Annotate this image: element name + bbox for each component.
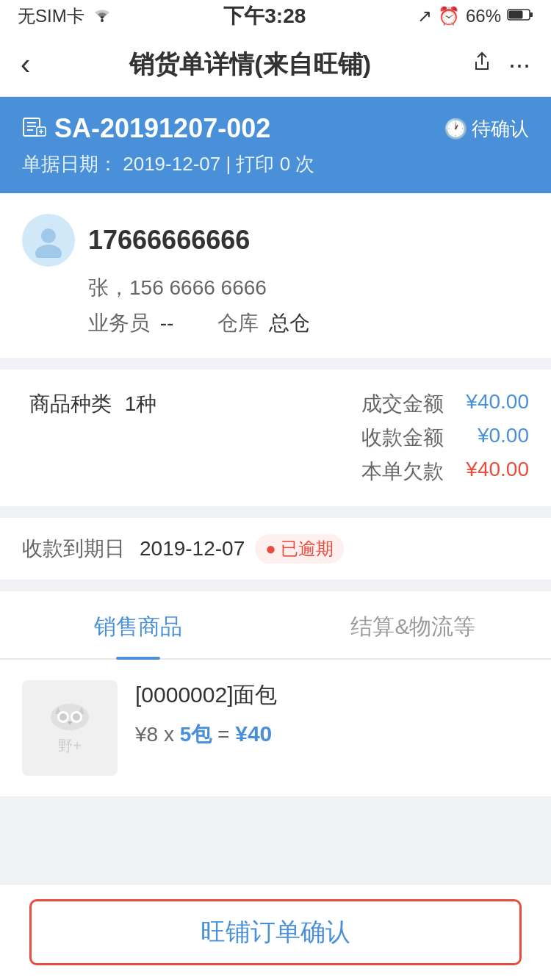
order-banner: SA-20191207-002 🕐 待确认 单据日期： 2019-12-07 |…: [0, 97, 551, 193]
alarm-icon: ⏰: [438, 6, 460, 26]
svg-rect-2: [530, 12, 533, 17]
product-quantity: 5包: [180, 723, 212, 746]
due-date-value: 2019-12-07: [140, 537, 245, 561]
customer-meta: 业务员 -- 仓库 总仓: [88, 309, 529, 337]
product-total: ¥40: [235, 721, 272, 746]
product-list: 野+ [0000002]面包 ¥8 x 5包 = ¥40: [0, 660, 551, 796]
brand-plus-text: 野+: [58, 736, 82, 756]
avatar: [22, 214, 75, 267]
more-button[interactable]: ···: [508, 49, 530, 80]
product-item: 野+ [0000002]面包 ¥8 x 5包 = ¥40: [22, 680, 529, 776]
carrier-text: 无SIM卡: [18, 4, 84, 28]
share-button[interactable]: [470, 50, 494, 79]
status-carrier: 无SIM卡: [18, 4, 112, 28]
customer-name: 张，156 6666 6666: [88, 274, 529, 302]
status-clock-icon: 🕐: [444, 118, 467, 140]
due-date-section: 收款到期日 2019-12-07 ● 已逾期: [0, 518, 551, 580]
product-thumbnail: 野+: [22, 680, 118, 776]
received-label: 收款金额: [361, 424, 444, 452]
wifi-icon: [92, 6, 112, 26]
summary-section: 商品种类 1种 成交金额 ¥40.00 收款金额 ¥0.00 本单欠款 ¥40.…: [0, 370, 551, 506]
product-price: ¥8 x 5包 = ¥40: [135, 721, 529, 749]
overdue-icon: ●: [265, 538, 276, 559]
location-icon: ↗: [417, 6, 432, 26]
customer-phone: 17666666666: [88, 225, 250, 256]
back-button[interactable]: ‹: [21, 48, 30, 81]
battery-icon: [507, 6, 533, 26]
sales-value: --: [160, 311, 174, 334]
svg-point-6: [41, 228, 56, 243]
page-title: 销货单详情(来自旺铺): [129, 48, 371, 82]
order-status: 🕐 待确认: [444, 116, 529, 142]
svg-point-0: [101, 19, 104, 22]
sales-label: 业务员: [88, 311, 150, 334]
status-time: 下午3:28: [223, 2, 306, 30]
svg-point-11: [60, 713, 67, 721]
owed-value: ¥40.00: [466, 458, 529, 486]
amount-value: ¥40.00: [466, 390, 529, 418]
tab-settlement[interactable]: 结算&物流等: [276, 591, 551, 658]
customer-section: 17666666666 张，156 6666 6666 业务员 -- 仓库 总仓: [0, 193, 551, 358]
amount-label: 成交金额: [361, 390, 444, 418]
warehouse-value: 总仓: [269, 311, 310, 334]
tabs-header: 销售商品 结算&物流等: [0, 591, 551, 660]
bottom-bar: 旺铺订单确认: [0, 884, 551, 980]
order-number: SA-20191207-002: [22, 113, 270, 144]
overdue-text: 已逾期: [281, 537, 334, 561]
amount-summary: 成交金额 ¥40.00 收款金额 ¥0.00 本单欠款 ¥40.00: [361, 390, 529, 486]
order-icon: [22, 113, 47, 144]
battery-text: 66%: [466, 6, 501, 26]
product-type: 商品种类 1种: [22, 390, 156, 418]
tab-products[interactable]: 销售商品: [0, 591, 276, 658]
owed-label: 本单欠款: [361, 458, 444, 486]
svg-point-8: [51, 704, 89, 730]
status-bar: 无SIM卡 下午3:28 ↗ ⏰ 66%: [0, 0, 551, 32]
product-info: [0000002]面包 ¥8 x 5包 = ¥40: [135, 680, 529, 749]
nav-bar: ‹ 销货单详情(来自旺铺) ···: [0, 32, 551, 97]
status-right: ↗ ⏰ 66%: [417, 6, 533, 26]
overdue-badge: ● 已逾期: [255, 534, 344, 563]
tabs-section: 销售商品 结算&物流等: [0, 591, 551, 796]
confirm-button[interactable]: 旺铺订单确认: [29, 899, 522, 965]
svg-point-12: [73, 713, 80, 721]
warehouse-label: 仓库: [217, 311, 259, 334]
due-date-label: 收款到期日: [22, 535, 125, 563]
svg-point-7: [35, 245, 62, 258]
received-value: ¥0.00: [478, 424, 529, 452]
product-name: [0000002]面包: [135, 680, 529, 710]
svg-rect-3: [508, 11, 522, 19]
order-date: 单据日期： 2019-12-07 | 打印 0 次: [22, 151, 529, 177]
